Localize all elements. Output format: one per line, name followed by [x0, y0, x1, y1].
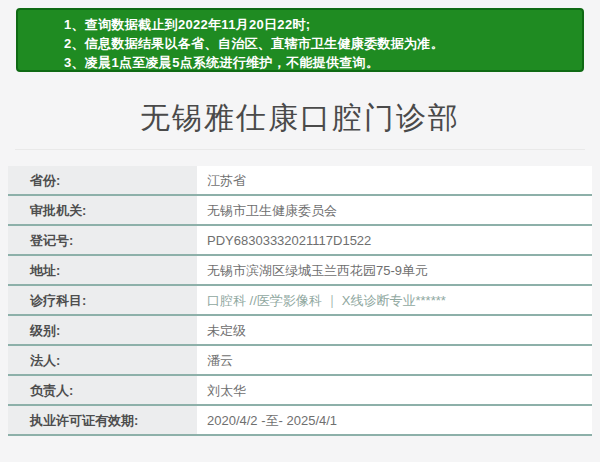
- details-table: 省份:江苏省审批机关:无锡市卫生健康委员会登记号:PDY683033320211…: [8, 166, 592, 436]
- title-divider: [15, 149, 585, 150]
- table-row: 法人:潘云: [8, 346, 592, 376]
- table-row: 省份:江苏省: [8, 166, 592, 196]
- page-title: 无锡雅仕康口腔门诊部: [0, 98, 600, 138]
- row-label: 诊疗科目:: [8, 286, 197, 314]
- row-value: 无锡市卫生健康委员会: [197, 196, 592, 224]
- row-value: 刘太华: [197, 376, 592, 404]
- row-value: PDY68303332021117D1522: [197, 226, 592, 254]
- row-value: 未定级: [197, 316, 592, 344]
- row-value: 2020/4/2 -至- 2025/4/1: [197, 406, 592, 434]
- row-label: 地址:: [8, 256, 197, 284]
- table-row: 执业许可证有效期:2020/4/2 -至- 2025/4/1: [8, 406, 592, 436]
- table-row: 诊疗科目:口腔科 //医学影像科 ｜ X线诊断专业******: [8, 286, 592, 316]
- row-label: 级别:: [8, 316, 197, 344]
- row-label: 负责人:: [8, 376, 197, 404]
- table-row: 级别:未定级: [8, 316, 592, 346]
- notice-line: 1、查询数据截止到2022年11月20日22时;: [64, 15, 570, 34]
- row-value: 潘云: [197, 346, 592, 374]
- table-row: 审批机关:无锡市卫生健康委员会: [8, 196, 592, 226]
- notice-line: 3、凌晨1点至凌晨5点系统进行维护，不能提供查询。: [64, 53, 570, 72]
- notice-banner: 1、查询数据截止到2022年11月20日22时;2、信息数据结果以各省、自治区、…: [16, 8, 584, 72]
- row-value: 口腔科 //医学影像科 ｜ X线诊断专业******: [197, 286, 592, 314]
- row-label: 登记号:: [8, 226, 197, 254]
- row-value: 无锡市滨湖区绿城玉兰西花园75-9单元: [197, 256, 592, 284]
- row-label: 省份:: [8, 166, 197, 194]
- row-label: 执业许可证有效期:: [8, 406, 197, 434]
- row-label: 法人:: [8, 346, 197, 374]
- table-row: 登记号:PDY68303332021117D1522: [8, 226, 592, 256]
- table-row: 地址:无锡市滨湖区绿城玉兰西花园75-9单元: [8, 256, 592, 286]
- row-value: 江苏省: [197, 166, 592, 194]
- notice-list: 1、查询数据截止到2022年11月20日22时;2、信息数据结果以各省、自治区、…: [64, 15, 570, 72]
- table-row: 负责人:刘太华: [8, 376, 592, 406]
- row-label: 审批机关:: [8, 196, 197, 224]
- notice-line: 2、信息数据结果以各省、自治区、直辖市卫生健康委数据为准。: [64, 34, 570, 53]
